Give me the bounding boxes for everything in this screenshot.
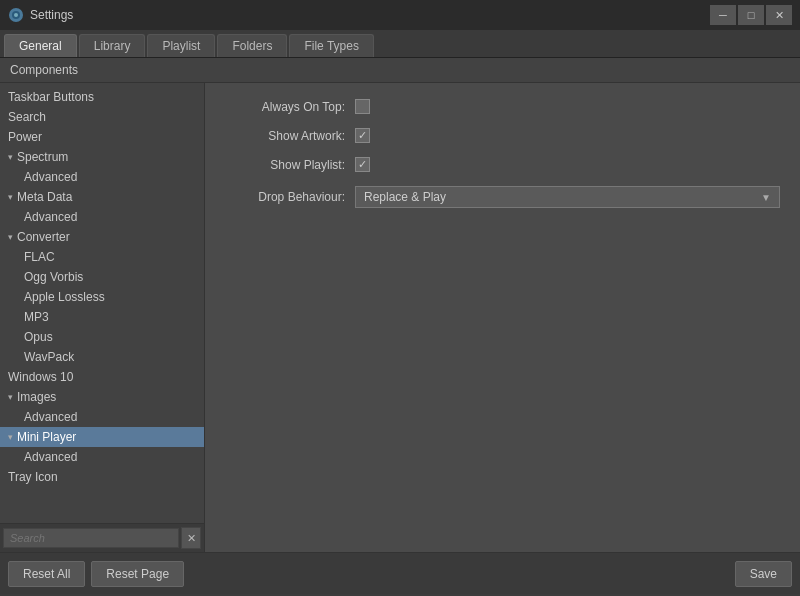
tab-bar: General Library Playlist Folders File Ty…: [0, 30, 800, 58]
tree-item-ogg-vorbis[interactable]: Ogg Vorbis: [0, 267, 204, 287]
show-playlist-row: Show Playlist:: [225, 157, 780, 172]
tree-item-label: Windows 10: [8, 370, 73, 384]
right-panel: Always On Top: Show Artwork: Show Playli…: [205, 83, 800, 552]
always-on-top-label: Always On Top:: [225, 100, 355, 114]
bottom-left-buttons: Reset All Reset Page: [8, 561, 184, 587]
tab-folders[interactable]: Folders: [217, 34, 287, 57]
tree-item-label: Spectrum: [17, 150, 68, 164]
tree-item-images-advanced[interactable]: Advanced: [0, 407, 204, 427]
tree-item-tray-icon[interactable]: Tray Icon: [0, 467, 204, 487]
tree-item-label: Images: [17, 390, 56, 404]
dropdown-arrow-icon: ▼: [761, 192, 771, 203]
tree-item-label: Advanced: [24, 410, 77, 424]
minimize-button[interactable]: ─: [710, 5, 736, 25]
tree-item-label: Tray Icon: [8, 470, 58, 484]
tree-item-mini-player[interactable]: ▾ Mini Player: [0, 427, 204, 447]
tree-item-label: Meta Data: [17, 190, 72, 204]
tree-list: Taskbar ButtonsSearchPower▾ SpectrumAdva…: [0, 83, 204, 523]
drop-behaviour-value: Replace & Play: [364, 190, 446, 204]
tree-item-label: Advanced: [24, 210, 77, 224]
tree-arrow-icon: ▾: [8, 392, 13, 402]
tree-item-flac[interactable]: FLAC: [0, 247, 204, 267]
close-button[interactable]: ✕: [766, 5, 792, 25]
tab-file-types[interactable]: File Types: [289, 34, 373, 57]
tree-item-opus[interactable]: Opus: [0, 327, 204, 347]
tree-item-label: Converter: [17, 230, 70, 244]
show-playlist-label: Show Playlist:: [225, 158, 355, 172]
drop-behaviour-select[interactable]: Replace & Play ▼: [355, 186, 780, 208]
tree-item-label: Ogg Vorbis: [24, 270, 83, 284]
tree-item-power[interactable]: Power: [0, 127, 204, 147]
tree-item-label: Power: [8, 130, 42, 144]
main-content: Components Taskbar ButtonsSearchPower▾ S…: [0, 58, 800, 552]
search-wrap: ✕: [0, 523, 204, 552]
tree-arrow-icon: ▾: [8, 232, 13, 242]
tree-arrow-icon: ▾: [8, 192, 13, 202]
tree-item-label: Advanced: [24, 450, 77, 464]
window-title: Settings: [30, 8, 710, 22]
tree-item-spectrum-advanced[interactable]: Advanced: [0, 167, 204, 187]
drop-behaviour-dropdown-wrap: Replace & Play ▼: [355, 186, 780, 208]
always-on-top-row: Always On Top:: [225, 99, 780, 114]
reset-page-button[interactable]: Reset Page: [91, 561, 184, 587]
tree-item-converter[interactable]: ▾ Converter: [0, 227, 204, 247]
tree-item-label: WavPack: [24, 350, 74, 364]
tree-arrow-icon: ▾: [8, 152, 13, 162]
tree-item-label: Taskbar Buttons: [8, 90, 94, 104]
tree-item-label: Opus: [24, 330, 53, 344]
save-button[interactable]: Save: [735, 561, 792, 587]
title-bar: Settings ─ □ ✕: [0, 0, 800, 30]
show-playlist-checkbox-wrap: [355, 157, 370, 172]
tree-item-label: FLAC: [24, 250, 55, 264]
tree-item-label: Advanced: [24, 170, 77, 184]
tab-general[interactable]: General: [4, 34, 77, 57]
tree-item-wavpack[interactable]: WavPack: [0, 347, 204, 367]
tree-item-meta-data-advanced[interactable]: Advanced: [0, 207, 204, 227]
content-area: Taskbar ButtonsSearchPower▾ SpectrumAdva…: [0, 83, 800, 552]
tree-item-label: Apple Lossless: [24, 290, 105, 304]
tree-item-apple-lossless[interactable]: Apple Lossless: [0, 287, 204, 307]
drop-behaviour-row: Drop Behaviour: Replace & Play ▼: [225, 186, 780, 208]
components-header: Components: [0, 58, 800, 83]
tree-item-mini-player-advanced[interactable]: Advanced: [0, 447, 204, 467]
search-clear-button[interactable]: ✕: [181, 527, 201, 549]
tree-arrow-icon: ▾: [8, 432, 13, 442]
app-icon: [8, 7, 24, 23]
tree-item-windows-10[interactable]: Windows 10: [0, 367, 204, 387]
show-playlist-checkbox[interactable]: [355, 157, 370, 172]
tree-item-images[interactable]: ▾ Images: [0, 387, 204, 407]
tree-item-search[interactable]: Search: [0, 107, 204, 127]
show-artwork-label: Show Artwork:: [225, 129, 355, 143]
tree-item-meta-data[interactable]: ▾ Meta Data: [0, 187, 204, 207]
search-input[interactable]: [3, 528, 179, 548]
tab-playlist[interactable]: Playlist: [147, 34, 215, 57]
reset-all-button[interactable]: Reset All: [8, 561, 85, 587]
tree-item-label: Mini Player: [17, 430, 76, 444]
tab-library[interactable]: Library: [79, 34, 146, 57]
show-artwork-checkbox[interactable]: [355, 128, 370, 143]
show-artwork-row: Show Artwork:: [225, 128, 780, 143]
window-controls: ─ □ ✕: [710, 5, 792, 25]
always-on-top-checkbox-wrap: [355, 99, 370, 114]
tree-item-label: MP3: [24, 310, 49, 324]
drop-behaviour-label: Drop Behaviour:: [225, 190, 355, 204]
show-artwork-checkbox-wrap: [355, 128, 370, 143]
maximize-button[interactable]: □: [738, 5, 764, 25]
tree-item-taskbar-buttons[interactable]: Taskbar Buttons: [0, 87, 204, 107]
left-panel: Taskbar ButtonsSearchPower▾ SpectrumAdva…: [0, 83, 205, 552]
tree-item-mp3[interactable]: MP3: [0, 307, 204, 327]
svg-point-2: [14, 13, 18, 17]
tree-item-label: Search: [8, 110, 46, 124]
bottom-bar: Reset All Reset Page Save: [0, 552, 800, 594]
always-on-top-checkbox[interactable]: [355, 99, 370, 114]
tree-item-spectrum[interactable]: ▾ Spectrum: [0, 147, 204, 167]
